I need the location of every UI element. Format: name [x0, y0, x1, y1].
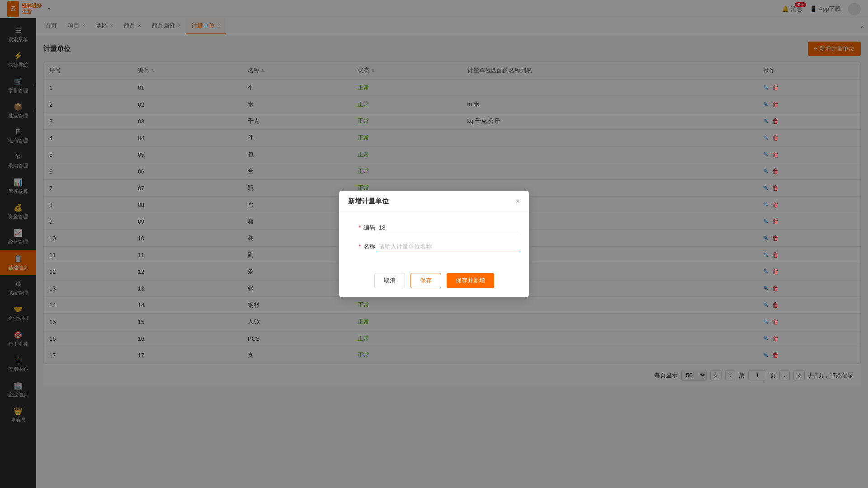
- form-row-code: * 编码: [348, 222, 520, 233]
- required-star-code: *: [359, 224, 361, 231]
- required-star-name: *: [359, 243, 361, 250]
- modal-close-button[interactable]: ×: [516, 197, 520, 206]
- modal-header: 新增计量单位 ×: [339, 191, 529, 211]
- code-input[interactable]: [379, 222, 520, 233]
- modal-body: * 编码 * 名称: [339, 211, 529, 267]
- code-label: * 编码: [348, 224, 375, 232]
- form-row-name: * 名称: [348, 241, 520, 252]
- add-unit-modal: 新增计量单位 × * 编码 * 名称 取消 保存 保存并新增: [339, 191, 529, 297]
- code-label-text: 编码: [363, 224, 375, 231]
- save-add-button[interactable]: 保存并新增: [447, 273, 494, 288]
- name-input[interactable]: [379, 241, 520, 252]
- name-label: * 名称: [348, 243, 375, 251]
- modal-footer: 取消 保存 保存并新增: [339, 267, 529, 297]
- save-button[interactable]: 保存: [410, 273, 441, 288]
- modal-title: 新增计量单位: [348, 197, 389, 206]
- name-label-text: 名称: [363, 243, 375, 250]
- modal-overlay[interactable]: 新增计量单位 × * 编码 * 名称 取消 保存 保存并新增: [0, 0, 868, 488]
- cancel-button[interactable]: 取消: [374, 273, 405, 288]
